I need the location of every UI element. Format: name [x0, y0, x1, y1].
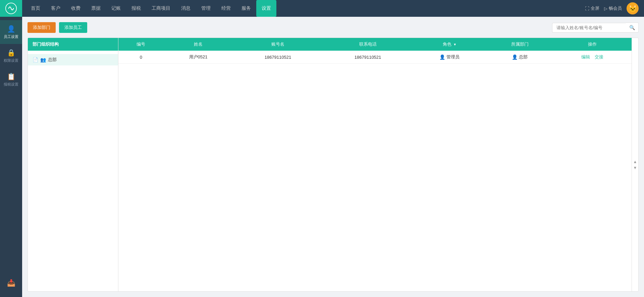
employee-table-wrapper: 编号 姓名 账号名 联系电话 角色 ▼ 所属部门 操作	[118, 38, 632, 291]
nav-tax[interactable]: 报税	[126, 0, 146, 17]
cell-id: 0	[118, 51, 164, 64]
nav-business[interactable]: 工商项目	[146, 0, 176, 17]
role-icon: 👤	[439, 54, 445, 60]
dept-name: 总部	[48, 57, 57, 63]
cell-account: 18679110521	[233, 51, 323, 64]
file-icon: 📄	[33, 57, 38, 62]
dept-tree-item[interactable]: 📄 👥 总部	[28, 54, 118, 65]
search-area: 🔍	[552, 22, 639, 33]
tax-icon: 📋	[7, 72, 15, 81]
dept-user-icon: 👥	[40, 57, 46, 62]
user-avatar[interactable]: 🐱	[627, 2, 639, 14]
employee-table: 编号 姓名 账号名 联系电话 角色 ▼ 所属部门 操作	[118, 38, 632, 64]
vip-button[interactable]: ▷ 畅会员	[604, 5, 622, 11]
table-row: 0 用户0521 18679110521 18679110521 👤 管理员	[118, 51, 632, 64]
col-role-label: 角色	[443, 42, 451, 47]
cell-dept: 👤 总部	[486, 51, 553, 64]
nav-service[interactable]: 服务	[236, 0, 256, 17]
logo-icon	[5, 2, 17, 14]
search-button[interactable]: 🔍	[626, 22, 639, 33]
add-employee-button[interactable]: 添加员工	[59, 22, 87, 33]
download-icon: 📥	[7, 279, 15, 287]
col-name: 姓名	[164, 38, 233, 51]
dept-cell: 👤 总部	[512, 54, 528, 60]
nav-home[interactable]: 首页	[25, 0, 46, 17]
cell-name: 用户0521	[164, 51, 233, 64]
nav-accounting[interactable]: 记账	[106, 0, 126, 17]
nav-operations[interactable]: 经营	[216, 0, 236, 17]
table-header: 编号 姓名 账号名 联系电话 角色 ▼ 所属部门 操作	[118, 38, 632, 51]
nav-message[interactable]: 消息	[176, 0, 196, 17]
scroll-up-button[interactable]: ▲	[633, 159, 638, 165]
sidebar-download-button[interactable]: 📥	[0, 274, 22, 292]
scroll-buttons: ▲ ▼	[632, 38, 638, 291]
sidebar-item-tax-settings[interactable]: 📋 报税设置	[0, 68, 22, 92]
role-badge: 👤 管理员	[439, 54, 460, 60]
col-id: 编号	[118, 38, 164, 51]
search-icon: 🔍	[629, 25, 635, 30]
cell-actions: 编辑 交接	[553, 51, 632, 64]
fullscreen-label: 全屏	[591, 5, 599, 11]
logo[interactable]	[0, 0, 22, 17]
filter-icon: ▼	[453, 43, 457, 46]
cell-role: 👤 管理员	[413, 51, 486, 64]
nav-invoice[interactable]: 票据	[86, 0, 106, 17]
role-name: 管理员	[446, 54, 460, 60]
top-navigation: 首页 客户 收费 票据 记账 报税 工商项目 消息 管理 经营 服务 设置 ⛶ …	[0, 0, 644, 17]
dept-tree-header: 部门组织结构	[28, 38, 118, 51]
fullscreen-button[interactable]: ⛶ 全屏	[585, 5, 599, 11]
scroll-down-button[interactable]: ▼	[633, 165, 638, 171]
nav-fee[interactable]: 收费	[66, 0, 86, 17]
col-action: 操作	[553, 38, 632, 51]
dept-cell-name: 总部	[519, 54, 528, 60]
cell-phone: 18679110521	[323, 51, 413, 64]
fullscreen-icon: ⛶	[585, 6, 589, 11]
nav-manage[interactable]: 管理	[196, 0, 216, 17]
department-tree: 部门组织结构 📄 👥 总部	[28, 38, 118, 291]
dept-tree-body: 📄 👥 总部	[28, 51, 118, 69]
nav-items: 首页 客户 收费 票据 记账 报税 工商项目 消息 管理 经营 服务 设置	[22, 0, 585, 17]
col-dept: 所属部门	[486, 38, 553, 51]
sidebar-item-employee-settings[interactable]: 👤 员工设置	[0, 20, 22, 44]
add-department-button[interactable]: 添加部门	[28, 22, 56, 33]
split-panel: 部门组织结构 📄 👥 总部 编号 姓名 账号名	[28, 38, 639, 292]
search-input[interactable]	[552, 23, 626, 33]
content-area: 添加部门 添加员工 🔍 部门组织结构 📄 👥 总部	[22, 17, 644, 297]
main-layout: 👤 员工设置 🔒 权限设置 📋 报税设置 📥 添加部门 添加员工 🔍	[0, 17, 644, 297]
nav-customer[interactable]: 客户	[46, 0, 66, 17]
col-account: 账号名	[233, 38, 323, 51]
edit-button[interactable]: 编辑	[581, 54, 590, 59]
lock-icon: 🔒	[7, 49, 15, 57]
sidebar-bottom: 📥	[0, 274, 22, 297]
toolbar: 添加部门 添加员工 🔍	[28, 22, 639, 33]
vip-icon: ▷	[604, 6, 607, 11]
nav-settings[interactable]: 设置	[256, 0, 276, 17]
table-body: 0 用户0521 18679110521 18679110521 👤 管理员	[118, 51, 632, 64]
dept-cell-icon: 👤	[512, 54, 518, 60]
col-phone: 联系电话	[323, 38, 413, 51]
nav-right: ⛶ 全屏 ▷ 畅会员 🐱	[585, 2, 644, 14]
employee-icon: 👤	[7, 25, 15, 33]
sidebar-employee-label: 员工设置	[4, 34, 18, 39]
sidebar-tax-label: 报税设置	[4, 82, 18, 87]
handover-button[interactable]: 交接	[595, 54, 603, 59]
col-role[interactable]: 角色 ▼	[413, 38, 486, 51]
vip-label: 畅会员	[609, 5, 622, 11]
sidebar-item-permission-settings[interactable]: 🔒 权限设置	[0, 44, 22, 68]
sidebar: 👤 员工设置 🔒 权限设置 📋 报税设置 📥	[0, 17, 22, 297]
sidebar-permission-label: 权限设置	[4, 58, 18, 63]
